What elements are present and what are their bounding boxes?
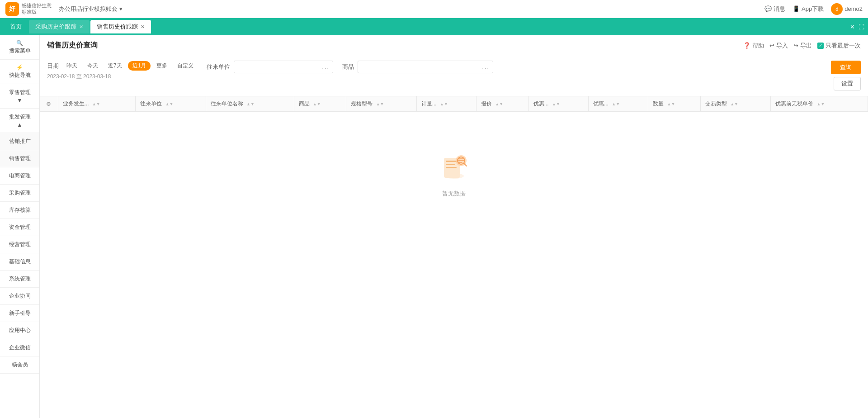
top-bar-right: 💬 消息 📱 App下载 d demo2 — [764, 3, 863, 15]
user-menu[interactable]: d demo2 — [831, 3, 863, 15]
sidebar-item-basic[interactable]: 基础信息 — [0, 253, 39, 271]
sidebar-item-wechat[interactable]: 企业微信 — [0, 339, 39, 356]
col-product[interactable]: 商品 ▲▼ — [294, 96, 346, 112]
page-header-actions: ❓ 帮助 ↩ 导入 ↪ 导出 ✓ 只看最后一次 — [743, 42, 861, 50]
message-icon: 💬 — [764, 5, 772, 12]
shortcuts-icon: ⚡ — [16, 64, 23, 71]
gear-icon[interactable]: ⚙ — [46, 101, 51, 107]
avatar: d — [831, 3, 843, 15]
date-buttons: 昨天 今天 近7天 近1月 更多 自定义 — [62, 61, 198, 71]
tab-sales-close[interactable]: ✕ — [141, 24, 145, 30]
date-btn-custom[interactable]: 自定义 — [173, 61, 198, 71]
import-button[interactable]: ↩ 导入 — [769, 42, 788, 50]
empty-text: 暂无数据 — [442, 190, 466, 198]
logo-text: 畅捷信好生意 标准版 — [22, 3, 52, 14]
query-button[interactable]: 查询 — [831, 61, 861, 74]
sidebar-item-purchase[interactable]: 采购管理 — [0, 185, 39, 202]
filter-date-col: 日期 昨天 今天 近7天 近1月 更多 自定义 2023-02-18 至 202… — [47, 61, 198, 81]
main-layout: 🔍 搜索菜单 ⚡ 快捷导航 零售管理 ▼ 批发管理 ▲ 营销推广 销售管理 电商… — [0, 35, 868, 418]
settings-button[interactable]: 设置 — [834, 77, 861, 90]
app-download-button[interactable]: 📱 App下载 — [793, 5, 824, 13]
col-partner-name[interactable]: 往来单位名称 ▲▼ — [206, 96, 294, 112]
product-input[interactable]: ... — [358, 61, 493, 73]
svg-rect-4 — [446, 167, 457, 168]
sort-icon: ▲▼ — [817, 102, 825, 106]
date-range: 2023-02-18 至 2023-03-18 — [47, 73, 198, 81]
sidebar-item-retail[interactable]: 零售管理 ▼ — [0, 84, 39, 109]
col-discount2[interactable]: 优惠... ▲▼ — [588, 96, 648, 112]
tab-bar-right: ✕ ⛶ — [850, 24, 864, 30]
sort-icon: ▲▼ — [440, 102, 448, 106]
col-trade-type[interactable]: 交易类型 ▲▼ — [700, 96, 770, 112]
date-btn-yesterday[interactable]: 昨天 — [62, 61, 81, 71]
sidebar-item-search[interactable]: 🔍 搜索菜单 — [0, 35, 39, 60]
sort-icon: ▲▼ — [92, 102, 100, 106]
filter-right: 查询 设置 — [831, 61, 861, 90]
top-bar-left: 好 畅捷信好生意 标准版 办公用品行业模拟账套 ▾ — [5, 2, 126, 16]
sidebar-item-ecommerce[interactable]: 电商管理 — [0, 167, 39, 185]
export-icon: ↪ — [793, 42, 798, 49]
message-button[interactable]: 💬 消息 — [764, 5, 785, 13]
col-biz-date[interactable]: 业务发生... ▲▼ — [58, 96, 136, 112]
data-table: ⚙ 业务发生... ▲▼ 往来单位 ▲▼ 往来单位名称 ▲▼ — [40, 96, 868, 234]
col-settings[interactable]: ⚙ — [40, 96, 58, 112]
sidebar-item-marketing[interactable]: 营销推广 — [0, 133, 39, 150]
col-quantity[interactable]: 数量 ▲▼ — [648, 96, 701, 112]
checkbox-icon: ✓ — [817, 43, 824, 49]
export-button[interactable]: ↪ 导出 — [793, 42, 812, 50]
sidebar-item-operations[interactable]: 经营管理 — [0, 236, 39, 253]
date-btn-1month[interactable]: 近1月 — [128, 61, 151, 71]
date-btn-more[interactable]: 更多 — [152, 61, 171, 71]
date-btn-7days[interactable]: 近7天 — [104, 61, 126, 71]
filter-partner-group: 往来单位 ... — [207, 61, 333, 73]
col-partner-code[interactable]: 往来单位 ▲▼ — [136, 96, 206, 112]
only-last-checkbox[interactable]: ✓ 只看最后一次 — [817, 42, 861, 50]
sort-icon: ▲▼ — [376, 102, 384, 106]
phone-icon: 📱 — [793, 5, 800, 12]
partner-input[interactable]: ... — [234, 61, 333, 73]
logo-area: 好 畅捷信好生意 标准版 — [5, 2, 52, 16]
partner-dots: ... — [322, 63, 329, 71]
sidebar-item-shortcuts[interactable]: ⚡ 快捷导航 — [0, 60, 39, 84]
col-unit[interactable]: 计量... ▲▼ — [416, 96, 476, 112]
sidebar-item-wholesale[interactable]: 批发管理 ▲ — [0, 109, 39, 133]
help-button[interactable]: ❓ 帮助 — [743, 42, 764, 50]
col-price[interactable]: 报价 ▲▼ — [476, 96, 528, 112]
date-btn-today[interactable]: 今天 — [83, 61, 102, 71]
import-icon: ↩ — [769, 42, 774, 49]
sidebar-item-finance[interactable]: 资金管理 — [0, 219, 39, 236]
page-title: 销售历史价查询 — [47, 41, 98, 50]
sort-icon: ▲▼ — [552, 102, 560, 106]
tab-purchase[interactable]: 采购历史价跟踪 ✕ — [29, 20, 90, 33]
sort-icon: ▲▼ — [313, 102, 321, 106]
tab-home[interactable]: 首页 — [4, 20, 28, 33]
top-bar: 好 畅捷信好生意 标准版 办公用品行业模拟账套 ▾ 💬 消息 📱 App下载 d… — [0, 0, 868, 18]
sidebar-item-inventory[interactable]: 库存核算 — [0, 202, 39, 219]
sort-icon: ▲▼ — [612, 102, 620, 106]
chevron-down-icon: ▾ — [119, 5, 123, 12]
close-window-icon[interactable]: ✕ — [850, 24, 855, 30]
col-spec[interactable]: 规格型号 ▲▼ — [346, 96, 416, 112]
workspace-selector[interactable]: 办公用品行业模拟账套 ▾ — [55, 3, 126, 15]
filter-date-group: 日期 昨天 今天 近7天 近1月 更多 自定义 — [47, 61, 198, 71]
sidebar-item-sales-mgmt[interactable]: 销售管理 — [0, 150, 39, 167]
sidebar-item-guide[interactable]: 新手引导 — [0, 305, 39, 322]
sidebar-item-enterprise[interactable]: 企业协同 — [0, 288, 39, 305]
page-header: 销售历史价查询 ❓ 帮助 ↩ 导入 ↪ 导出 ✓ 只看最后一次 — [40, 35, 868, 55]
table-area: ⚙ 业务发生... ▲▼ 往来单位 ▲▼ 往来单位名称 ▲▼ — [40, 96, 868, 418]
sidebar: 🔍 搜索菜单 ⚡ 快捷导航 零售管理 ▼ 批发管理 ▲ 营销推广 销售管理 电商… — [0, 35, 40, 418]
filter-product-group: 商品 ... — [342, 61, 493, 73]
sidebar-item-system[interactable]: 系统管理 — [0, 271, 39, 288]
empty-icon — [436, 148, 472, 184]
sidebar-item-member[interactable]: 畅会员 — [0, 356, 39, 374]
tab-purchase-close[interactable]: ✕ — [79, 24, 83, 30]
sidebar-item-app-center[interactable]: 应用中心 — [0, 322, 39, 339]
maximize-icon[interactable]: ⛶ — [859, 24, 864, 30]
sort-icon: ▲▼ — [165, 102, 174, 106]
sort-icon: ▲▼ — [730, 102, 738, 106]
product-dots: ... — [482, 63, 489, 71]
col-discount1[interactable]: 优惠... ▲▼ — [528, 96, 588, 112]
tab-sales[interactable]: 销售历史价跟踪 ✕ — [90, 20, 151, 33]
col-pre-tax-price[interactable]: 优惠前无税单价 ▲▼ — [771, 96, 868, 112]
chevron-down-icon: ▼ — [17, 97, 23, 104]
